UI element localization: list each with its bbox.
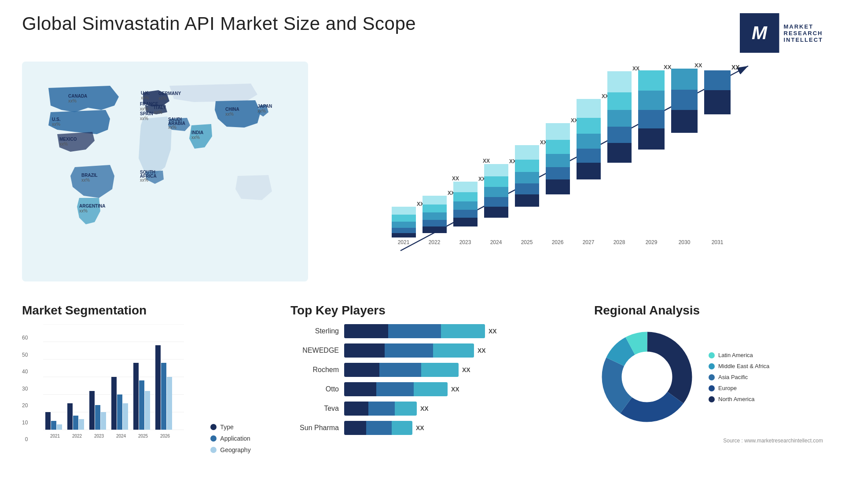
legend-geography-label: Geography — [220, 446, 250, 453]
china-label: CHINA — [225, 107, 239, 112]
mexico-label: MEXICO — [59, 137, 77, 142]
svg-text:2025: 2025 — [138, 434, 148, 438]
svg-rect-7 — [392, 207, 416, 215]
player-row-rochem: Rochem XX — [290, 363, 581, 377]
legend-application-label: Application — [220, 435, 250, 442]
svg-rect-32 — [515, 183, 539, 194]
label-mea: Middle East & Africa — [718, 363, 769, 369]
svg-rect-45 — [577, 163, 601, 179]
bar-seg2 — [388, 324, 441, 338]
map-section: CANADA xx% U.S. xx% MEXICO xx% BRAZIL xx… — [22, 62, 308, 290]
svg-rect-39 — [546, 167, 570, 179]
svg-rect-12 — [422, 212, 447, 220]
spain-value: xx% — [140, 116, 148, 121]
label-latin-america: Latin America — [718, 352, 753, 358]
svg-text:XX: XX — [452, 175, 459, 182]
argentina-label: ARGENTINA — [79, 204, 105, 208]
page-wrapper: Global Simvastatin API Market Size and S… — [0, 0, 845, 504]
svg-rect-91 — [89, 391, 95, 430]
svg-rect-54 — [607, 110, 632, 127]
label-europe: Europe — [718, 385, 737, 391]
legend-geography: Geography — [210, 446, 250, 453]
player-row-otto: Otto XX — [290, 382, 581, 396]
svg-rect-69 — [704, 70, 731, 90]
player-bar-wrap-otto: XX — [344, 382, 581, 396]
player-xx-newedge: XX — [478, 347, 486, 354]
svg-text:XX: XX — [664, 64, 672, 70]
bar-seg3 — [441, 324, 485, 338]
segmentation-title: Market Segmentation — [22, 303, 277, 318]
japan-label: JAPAN — [257, 104, 272, 109]
svg-rect-42 — [546, 123, 570, 140]
dot-latin-america — [709, 352, 715, 358]
dot-mea — [709, 363, 715, 369]
svg-rect-26 — [484, 187, 508, 197]
svg-text:2021: 2021 — [398, 239, 410, 245]
label-asia-pacific: Asia Pacific — [718, 374, 748, 380]
svg-rect-31 — [515, 194, 539, 207]
bar-seg2 — [368, 402, 395, 416]
seg-bars-container: 2021 2022 2023 — [43, 324, 197, 453]
svg-rect-34 — [515, 160, 539, 172]
player-bar-wrap-teva: XX — [344, 402, 581, 416]
svg-rect-105 — [167, 377, 172, 430]
seg-y-axis: 60 50 40 30 20 10 0 — [22, 335, 30, 453]
svg-rect-27 — [484, 176, 508, 187]
players-section: Top Key Players Sterling XX — [290, 303, 581, 435]
svg-text:2030: 2030 — [679, 239, 691, 245]
svg-rect-64 — [671, 110, 698, 133]
svg-text:2029: 2029 — [646, 239, 658, 245]
canada-value: xx% — [68, 99, 77, 103]
logo-area: M MARKET RESEARCH INTELLECT — [740, 13, 823, 53]
svg-rect-101 — [145, 391, 150, 430]
svg-rect-4 — [392, 228, 416, 233]
svg-rect-92 — [95, 405, 100, 430]
bar-seg3 — [395, 402, 417, 416]
growth-chart-container: 2021 XX 2022 XX — [330, 62, 823, 273]
player-bar-otto — [344, 382, 448, 396]
player-bar-wrap-sunpharma: XX — [344, 421, 581, 435]
logo-box: M — [740, 13, 779, 53]
legend-application-dot — [210, 435, 217, 442]
legend-europe: Europe — [709, 385, 769, 391]
svg-rect-20 — [453, 192, 478, 201]
source-row: Source : www.marketresearchintellect.com — [594, 436, 823, 444]
svg-rect-60 — [638, 110, 665, 128]
svg-rect-10 — [422, 226, 447, 233]
player-name-sterling: Sterling — [290, 327, 339, 335]
svg-rect-11 — [422, 220, 447, 226]
logo-line3: INTELLECT — [784, 37, 823, 43]
player-row-newedge: NEWEDGE XX — [290, 343, 581, 358]
player-name-teva: Teva — [290, 405, 339, 413]
svg-rect-87 — [67, 403, 73, 430]
svg-text:2022: 2022 — [72, 434, 82, 438]
svg-rect-25 — [484, 197, 508, 207]
player-bar-wrap-rochem: XX — [344, 363, 581, 377]
logo-letter: M — [752, 22, 767, 44]
svg-rect-61 — [638, 91, 665, 110]
legend-asia-pacific: Asia Pacific — [709, 374, 769, 380]
donut-container — [594, 324, 700, 430]
bar-seg1 — [344, 402, 368, 416]
svg-rect-83 — [45, 412, 51, 430]
player-xx-otto: XX — [451, 386, 459, 393]
donut-area: Latin America Middle East & Africa Asia … — [594, 324, 823, 430]
france-value: xx% — [140, 106, 148, 111]
us-label: U.S. — [52, 117, 61, 122]
svg-rect-85 — [57, 424, 62, 430]
svg-rect-59 — [638, 128, 665, 150]
player-xx-teva: XX — [420, 405, 429, 412]
seg-legend: Type Application Geography — [210, 419, 250, 453]
japan-value: xx% — [257, 109, 266, 113]
donut-chart-svg — [594, 324, 700, 430]
player-row-sterling: Sterling XX — [290, 324, 581, 338]
brazil-label: BRAZIL — [81, 173, 98, 178]
bar-seg2 — [376, 382, 414, 396]
player-bar-newedge — [344, 343, 474, 358]
bar-seg3 — [414, 382, 448, 396]
svg-rect-38 — [546, 179, 570, 194]
svg-rect-6 — [392, 215, 416, 222]
us-value: xx% — [52, 122, 60, 127]
svg-rect-66 — [671, 69, 698, 90]
germany-label: GERMANY — [158, 91, 181, 96]
